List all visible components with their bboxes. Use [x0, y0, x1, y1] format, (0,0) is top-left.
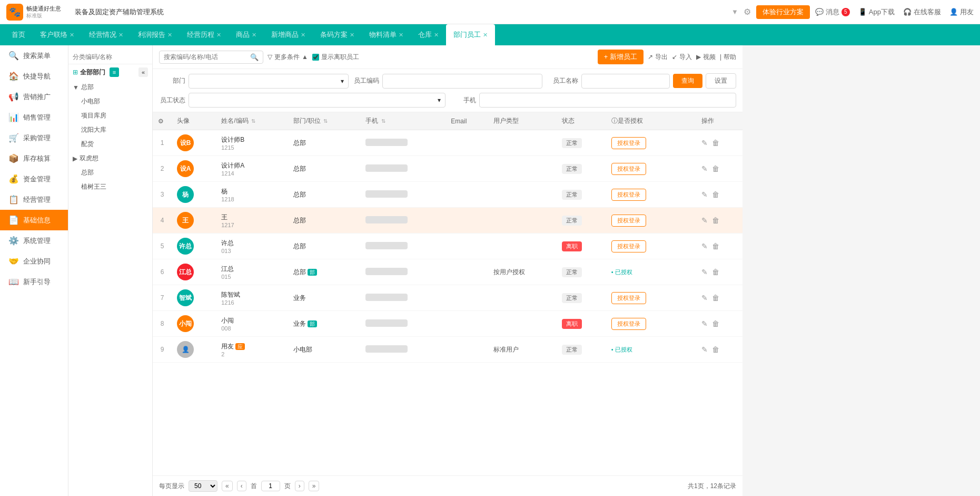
help-button[interactable]: | 帮助 — [720, 53, 736, 62]
dept-node-zongbu-sub[interactable]: 总部 — [68, 166, 152, 180]
import-button[interactable]: ↙ 导入 — [672, 53, 692, 62]
add-employee-button[interactable]: + 新增员工 — [598, 50, 644, 64]
settings-icon[interactable]: ⚙ — [744, 7, 751, 17]
delete-button[interactable]: 🗑 — [712, 294, 719, 302]
message-button[interactable]: 💬 消息 5 — [815, 7, 850, 17]
col-name[interactable]: 姓名/编码 ⇅ — [216, 112, 288, 130]
delete-button[interactable]: 🗑 — [712, 268, 719, 276]
tab-barcode[interactable]: 条码方案 ✕ — [313, 24, 362, 45]
sidebar-item-guide[interactable]: 📖 新手引导 — [0, 271, 68, 292]
close-icon[interactable]: ✕ — [350, 32, 354, 38]
close-icon[interactable]: ✕ — [70, 32, 74, 38]
edit-button[interactable]: ✎ — [701, 242, 708, 250]
dept-node-xiangmu[interactable]: 项目库房 — [68, 109, 152, 123]
dept-node-zhishu[interactable]: 植树王三 — [68, 180, 152, 194]
delete-button[interactable]: 🗑 — [712, 139, 719, 147]
close-icon[interactable]: ✕ — [118, 32, 123, 38]
page-input[interactable] — [261, 481, 280, 491]
search-icon[interactable]: 🔍 — [250, 53, 259, 61]
tab-department[interactable]: 部门员工 ✕ — [446, 24, 495, 45]
next-page-button[interactable]: › — [295, 481, 304, 491]
auth-button[interactable]: 授权登录 — [611, 137, 646, 149]
sidebar-item-basic[interactable]: 📄 基础信息 — [0, 210, 68, 230]
tab-goods[interactable]: 商品 ✕ — [229, 24, 264, 45]
search-input[interactable] — [164, 53, 248, 61]
close-icon[interactable]: ✕ — [399, 32, 403, 38]
edit-button[interactable]: ✎ — [701, 345, 708, 354]
close-icon[interactable]: ✕ — [483, 32, 488, 38]
sort-icon[interactable]: ⇅ — [251, 118, 255, 124]
edit-button[interactable]: ✎ — [701, 268, 708, 276]
sidebar-item-finance[interactable]: 💰 资金管理 — [0, 169, 68, 189]
col-setting[interactable]: ⚙ — [153, 112, 172, 130]
last-page-button[interactable]: » — [309, 481, 320, 491]
delete-button[interactable]: 🗑 — [712, 242, 719, 250]
sidebar-item-purchase[interactable]: 🛒 采购管理 — [0, 128, 68, 148]
auth-button[interactable]: 授权登录 — [611, 318, 646, 330]
export-button[interactable]: ↗ 导出 — [648, 53, 668, 62]
show-resigned-toggle[interactable]: 显示离职员工 — [312, 53, 359, 62]
edit-button[interactable]: ✎ — [701, 319, 708, 328]
sidebar-item-sales[interactable]: 📊 销售管理 — [0, 107, 68, 128]
first-page-button[interactable]: « — [222, 481, 233, 491]
sidebar-item-collab[interactable]: 🤝 企业协同 — [0, 251, 68, 271]
close-icon[interactable]: ✕ — [216, 32, 221, 38]
page-size-select[interactable]: 50 100 — [189, 480, 217, 492]
dropdown-icon[interactable]: ▼ — [731, 8, 738, 16]
sidebar-item-system[interactable]: ⚙️ 系统管理 — [0, 230, 68, 251]
delete-button[interactable]: 🗑 — [712, 216, 719, 225]
app-download-button[interactable]: 📱 App下载 — [858, 7, 895, 17]
dept-node-shenyang[interactable]: 沈阳大库 — [68, 123, 152, 137]
tab-history[interactable]: 经营历程 ✕ — [180, 24, 229, 45]
sort-icon[interactable]: ⇅ — [381, 118, 385, 124]
video-button[interactable]: ▶ 视频 — [696, 53, 716, 62]
tab-warehouse[interactable]: 仓库 ✕ — [411, 24, 446, 45]
edit-button[interactable]: ✎ — [701, 139, 708, 147]
delete-button[interactable]: 🗑 — [712, 319, 719, 328]
phone-input[interactable] — [479, 93, 736, 108]
tab-bom[interactable]: 物料清单 ✕ — [362, 24, 411, 45]
tab-home[interactable]: 首页 — [4, 24, 33, 45]
auth-button[interactable]: 授权登录 — [611, 189, 646, 201]
close-icon[interactable]: ✕ — [301, 32, 305, 38]
col-phone[interactable]: 手机 ⇅ — [360, 112, 446, 130]
emp-name-input[interactable] — [581, 74, 670, 89]
collapse-icon[interactable]: ≡ — [110, 67, 119, 77]
dept-select[interactable]: ▾ — [189, 74, 349, 89]
more-filter-button[interactable]: ▽ 更多条件 ▲ — [268, 53, 308, 62]
dept-search-input[interactable] — [73, 53, 152, 61]
user-menu[interactable]: 👤 用友 — [949, 7, 974, 17]
sort-icon[interactable]: ⇅ — [323, 118, 328, 124]
online-service-button[interactable]: 🎧 在线客服 — [903, 7, 941, 17]
sidebar-item-marketing[interactable]: 📢 营销推广 — [0, 86, 68, 107]
delete-button[interactable]: 🗑 — [712, 190, 719, 199]
emp-code-input[interactable] — [382, 74, 542, 89]
dept-node-peihuo[interactable]: 配货 — [68, 137, 152, 151]
auth-button[interactable]: 授权登录 — [611, 215, 646, 227]
arrow-left-icon[interactable]: « — [138, 67, 148, 77]
sidebar-item-search[interactable]: 🔍 搜索菜单 — [0, 45, 68, 66]
prev-page-button[interactable]: ‹ — [237, 481, 246, 491]
col-dept[interactable]: 部门/职位 ⇅ — [288, 112, 360, 130]
emp-status-select[interactable]: ▾ — [189, 93, 446, 108]
sidebar-item-nav[interactable]: 🏠 快捷导航 — [0, 66, 68, 86]
close-icon[interactable]: ✕ — [167, 32, 172, 38]
tab-profit[interactable]: 利润报告 ✕ — [131, 24, 180, 45]
edit-button[interactable]: ✎ — [701, 294, 708, 302]
all-dept-header[interactable]: ⊞ 全部部门 ≡ « — [68, 64, 152, 80]
auth-button[interactable]: 授权登录 — [611, 292, 646, 304]
dept-node-shuanghu[interactable]: ▶ 双虎想 — [68, 151, 152, 166]
tab-operation[interactable]: 经营情况 ✕ — [82, 24, 131, 45]
dept-node-zongbu-parent[interactable]: ▼ 总部 — [68, 80, 152, 94]
delete-button[interactable]: 🗑 — [712, 345, 719, 354]
sidebar-item-inventory[interactable]: 📦 库存核算 — [0, 148, 68, 169]
tab-customer[interactable]: 客户联络 ✕ — [33, 24, 82, 45]
auth-button[interactable]: 授权登录 — [611, 163, 646, 175]
auth-button[interactable]: 授权登录 — [611, 240, 646, 252]
edit-button[interactable]: ✎ — [701, 216, 708, 225]
close-icon[interactable]: ✕ — [434, 32, 439, 38]
query-button[interactable]: 查询 — [673, 74, 702, 88]
edit-button[interactable]: ✎ — [701, 164, 708, 173]
dept-node-xiaodian[interactable]: 小电部 — [68, 94, 152, 109]
sidebar-item-manage[interactable]: 📋 经营管理 — [0, 189, 68, 210]
